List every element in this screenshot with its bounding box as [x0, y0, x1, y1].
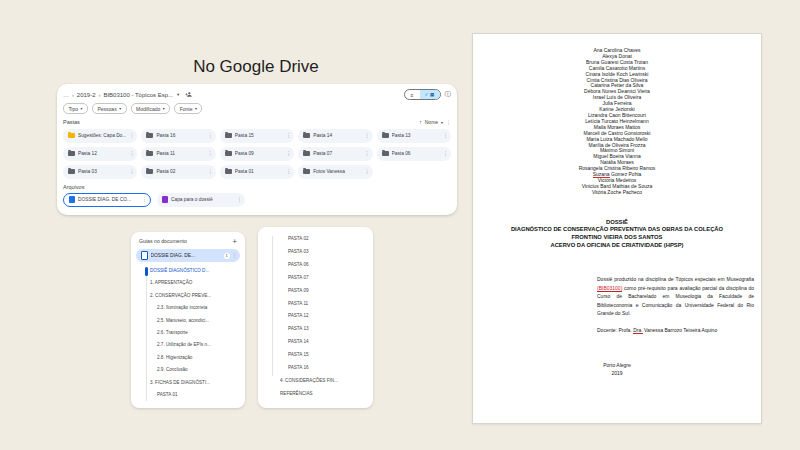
- doc-outline-list-2: PASTA 02PASTA 03PASTA 06PASTA 07PASTA 09…: [258, 233, 373, 401]
- folder-card[interactable]: Sugestões: Capa Do... ⋮: [63, 129, 137, 143]
- spellcheck-marked-text: (BIB03100): [597, 285, 622, 292]
- sort-controls: ↑ Nome ▾ ⋮: [419, 119, 451, 125]
- folder-card[interactable]: Pasta 03 ⋮: [63, 165, 137, 179]
- outline-item[interactable]: PASTA 16: [258, 362, 373, 375]
- folder-card[interactable]: Pasta 09 ⋮: [220, 147, 294, 161]
- shared-people-icon: [185, 91, 192, 98]
- list-view-icon[interactable]: ≡: [405, 90, 420, 99]
- folder-card[interactable]: Pasta 02 ⋮: [141, 165, 215, 179]
- more-options-icon[interactable]: ⋮: [232, 253, 237, 258]
- file-card[interactable]: Capa para o dossiê ⋮: [157, 193, 245, 207]
- file-type-icon: [69, 196, 75, 203]
- more-options-icon[interactable]: ⋮: [365, 133, 370, 138]
- docente-text: Docente: Profa.: [597, 327, 633, 333]
- folder-card[interactable]: Pasta 01 ⋮: [220, 165, 294, 179]
- folder-icon: [68, 151, 75, 156]
- file-card[interactable]: DOSSIÊ DIAG. DE CO... ⋮: [63, 193, 151, 207]
- tabs-header-label: Guias no documento: [139, 238, 187, 244]
- outline-item[interactable]: PASTA 11: [258, 298, 373, 311]
- folder-card[interactable]: Pasta 14 ⋮: [298, 129, 372, 143]
- grid-view-selected[interactable]: ✓▦: [420, 90, 440, 99]
- tab-badge: 1: [224, 253, 230, 259]
- outline-item[interactable]: PASTA 02: [258, 233, 373, 246]
- sort-label[interactable]: Nome: [425, 119, 438, 125]
- outline-item[interactable]: 2.3. Iluminação incorreta: [131, 302, 245, 314]
- filter-chip[interactable]: Fonte▾: [174, 103, 202, 114]
- folder-name: Pasta 07: [313, 151, 361, 156]
- files-section-label: Arquivos: [63, 184, 84, 190]
- folder-card[interactable]: Pasta 15 ⋮: [220, 129, 294, 143]
- outline-item[interactable]: PASTA 09: [258, 285, 373, 298]
- add-tab-icon[interactable]: +: [233, 239, 237, 244]
- doc-tab-selected[interactable]: DOSSIÊ DIAG. DE... 1 ⋮: [136, 249, 240, 262]
- more-options-icon[interactable]: ⋮: [129, 133, 134, 138]
- more-options-icon[interactable]: ⋮: [446, 120, 451, 125]
- breadcrumb-ellipsis[interactable]: …: [63, 92, 69, 98]
- sort-direction-icon[interactable]: ↑: [419, 119, 422, 125]
- more-options-icon[interactable]: ⋮: [129, 169, 134, 174]
- outline-item[interactable]: 4. CONSIDERAÇÕES FIN...: [258, 375, 373, 388]
- folder-card[interactable]: Fotos Vanessa ⋮: [298, 165, 372, 179]
- more-options-icon[interactable]: ⋮: [286, 133, 291, 138]
- more-options-icon[interactable]: ⋮: [129, 151, 134, 156]
- chevron-down-icon: ▾: [81, 106, 83, 111]
- chevron-down-icon: ▾: [163, 106, 165, 111]
- folder-card[interactable]: Pasta 07 ⋮: [298, 147, 372, 161]
- file-name: Capa para o dossiê: [171, 197, 234, 202]
- outline-item[interactable]: PASTA 06: [258, 259, 373, 272]
- outline-item[interactable]: PASTA 07: [258, 272, 373, 285]
- more-options-icon[interactable]: ⋮: [443, 133, 448, 138]
- more-options-icon[interactable]: ⋮: [365, 151, 370, 156]
- folder-menu-caret-icon[interactable]: ▾: [177, 92, 179, 97]
- outline-item[interactable]: PASTA 14: [258, 336, 373, 349]
- folder-icon: [146, 169, 153, 174]
- layout-toggle[interactable]: ≡ ✓▦: [404, 89, 441, 100]
- outline-item[interactable]: REFERÊNCIAS: [258, 388, 373, 401]
- folders-section-label: Pastas: [63, 119, 80, 125]
- more-options-icon[interactable]: ⋮: [286, 169, 291, 174]
- folder-name: Pasta 03: [78, 169, 126, 174]
- filter-chip[interactable]: Pessoas▾: [92, 103, 127, 114]
- folder-card[interactable]: Pasta 16 ⋮: [141, 129, 215, 143]
- more-options-icon[interactable]: ⋮: [208, 169, 213, 174]
- more-options-icon[interactable]: ⋮: [208, 151, 213, 156]
- more-options-icon[interactable]: ⋮: [208, 133, 213, 138]
- folder-card[interactable]: Pasta 11 ⋮: [141, 147, 215, 161]
- files-row: DOSSIÊ DIAG. DE CO... ⋮ Capa para o doss…: [63, 193, 451, 207]
- outline-item[interactable]: 3. FICHAS DE DIAGNÓSTI...: [131, 377, 245, 389]
- folder-card[interactable]: Pasta 12 ⋮: [63, 147, 137, 161]
- filter-chip-label: Tipo: [69, 106, 79, 112]
- breadcrumb-parent[interactable]: 2019-2: [77, 92, 96, 98]
- more-options-icon[interactable]: ⋮: [286, 151, 291, 156]
- more-options-icon[interactable]: ⋮: [142, 197, 147, 202]
- chevron-right-icon: ›: [99, 92, 101, 98]
- outline-item[interactable]: 2.6. Transporte: [131, 327, 245, 339]
- filter-chip[interactable]: Tipo▾: [63, 103, 88, 114]
- more-options-icon[interactable]: ⋮: [443, 151, 448, 156]
- folder-card[interactable]: Pasta 13 ⋮: [377, 129, 451, 143]
- outline-item[interactable]: DOSSIÊ DIAGNÓSTICO D...: [131, 265, 245, 277]
- folder-name: Pasta 09: [235, 151, 283, 156]
- folder-name: Sugestões: Capa Do...: [78, 133, 126, 138]
- outline-item[interactable]: 2.7. Utilização de EPIs n...: [131, 339, 245, 351]
- outline-item[interactable]: 2.8. Higienização: [131, 352, 245, 364]
- outline-item[interactable]: PASTA 01: [131, 389, 245, 401]
- outline-item[interactable]: PASTA 12: [258, 310, 373, 323]
- outline-item[interactable]: 2.5. Manuseio, acondici...: [131, 315, 245, 327]
- outline-item[interactable]: PASTA 03: [258, 246, 373, 259]
- outline-item[interactable]: PASTA 13: [258, 323, 373, 336]
- document-title-line: ACERVO DA OFICINA DE CRIATIVIDADE (HPSP): [473, 242, 761, 250]
- more-options-icon[interactable]: ⋮: [237, 197, 242, 202]
- outline-item[interactable]: 1. APRESENTAÇÃO: [131, 277, 245, 289]
- details-icon[interactable]: ⓘ: [445, 90, 452, 99]
- filter-chip[interactable]: Modificado▾: [131, 103, 171, 114]
- outline-item[interactable]: 2. CONSERVAÇÃO PREVE...: [131, 290, 245, 302]
- document-city: Porto Alegre: [473, 361, 761, 369]
- more-options-icon[interactable]: ⋮: [365, 169, 370, 174]
- breadcrumb-current[interactable]: BIB03100 - Tópicos Esp...: [103, 92, 173, 98]
- chevron-down-icon[interactable]: ▾: [441, 120, 443, 125]
- file-name: DOSSIÊ DIAG. DE CO...: [78, 197, 139, 202]
- outline-item[interactable]: PASTA 15: [258, 349, 373, 362]
- folder-card[interactable]: Pasta 06 ⋮: [377, 147, 451, 161]
- outline-item[interactable]: 2.9. Conclusão: [131, 364, 245, 376]
